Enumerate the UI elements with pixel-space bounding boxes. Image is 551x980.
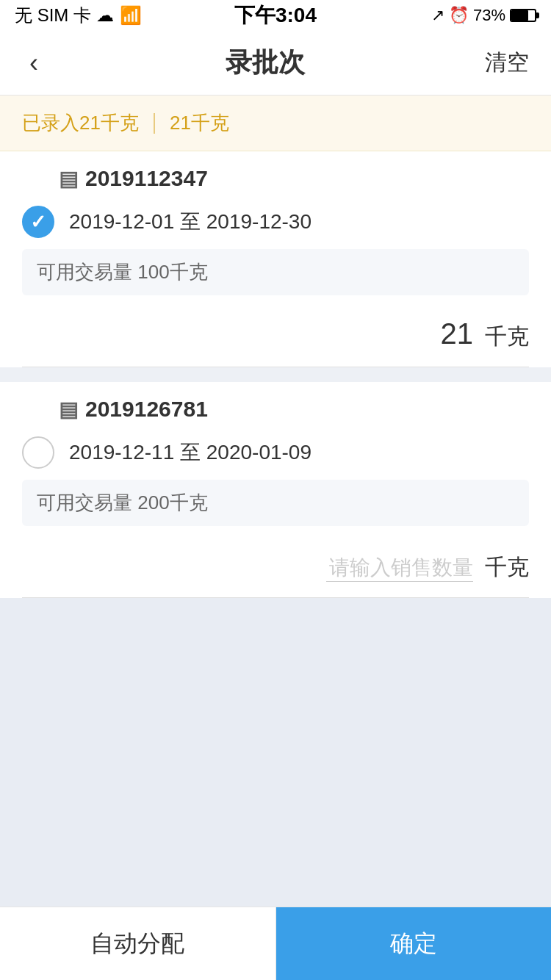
batch2-date: 2019-12-11 至 2020-01-09: [69, 439, 311, 466]
batch2-unit: 千克: [485, 552, 529, 583]
batch1-date: 2019-12-01 至 2019-12-30: [69, 208, 311, 236]
summary-divider: [154, 113, 155, 134]
batch2-date-row[interactable]: 2019-12-11 至 2020-01-09: [0, 429, 551, 476]
recorded-label: 已录入21千克: [22, 110, 139, 136]
footer: 自动分配 确定: [0, 907, 551, 980]
battery-percent: 73%: [473, 6, 505, 25]
batch1-radio[interactable]: [22, 206, 54, 238]
batch1-id: 2019112347: [85, 166, 208, 191]
battery-icon: [510, 9, 536, 22]
status-time: 下午3:04: [234, 1, 317, 29]
sim-label: 无 SIM 卡 ☁: [15, 4, 114, 27]
batch1-availability: 可用交易量 100千克: [22, 249, 529, 295]
batch2-id: 2019126781: [85, 397, 208, 422]
wifi-icon: 📶: [120, 5, 142, 26]
clear-button[interactable]: 清空: [485, 48, 529, 78]
alarm-icon: ⏰: [449, 6, 469, 25]
auto-distribute-label: 自动分配: [90, 928, 184, 960]
location-icon: ↗: [431, 6, 444, 25]
nav-bar: ‹ 录批次 清空: [0, 31, 551, 96]
bottom-empty-area: [0, 598, 551, 907]
section-divider-1: [0, 367, 551, 382]
confirm-button[interactable]: 确定: [276, 907, 552, 980]
batch1-amount-row: 21 千克: [0, 303, 551, 367]
batch1-icon: ▤: [59, 167, 78, 191]
summary-value: 21千克: [170, 110, 229, 136]
status-right: ↗ ⏰ 73%: [431, 6, 536, 25]
page-title: 录批次: [226, 45, 305, 81]
batch-card-2: ▤ 2019126781 2019-12-11 至 2020-01-09 可用交…: [0, 382, 551, 598]
summary-banner: 已录入21千克 21千克: [0, 96, 551, 151]
batch-card-1: ▤ 2019112347 2019-12-01 至 2019-12-30 可用交…: [0, 151, 551, 367]
batch2-icon: ▤: [59, 397, 78, 422]
batch2-radio[interactable]: [22, 436, 54, 469]
batch2-amount-row: 千克: [0, 533, 551, 597]
batch1-header: ▤ 2019112347: [0, 151, 551, 198]
batch2-header: ▤ 2019126781: [0, 382, 551, 429]
status-left: 无 SIM 卡 ☁ 📶: [15, 4, 142, 27]
status-bar: 无 SIM 卡 ☁ 📶 下午3:04 ↗ ⏰ 73%: [0, 0, 551, 31]
auto-distribute-button[interactable]: 自动分配: [0, 907, 276, 980]
batch1-amount-value: 21: [441, 317, 474, 350]
confirm-label: 确定: [390, 928, 437, 960]
batch2-quantity-input[interactable]: [326, 548, 473, 582]
batch1-id-row: ▤ 2019112347: [59, 166, 529, 191]
batch1-date-row[interactable]: 2019-12-01 至 2019-12-30: [0, 198, 551, 245]
batch1-unit: 千克: [485, 322, 529, 352]
batch2-availability: 可用交易量 200千克: [22, 480, 529, 526]
batch2-id-row: ▤ 2019126781: [59, 397, 529, 422]
back-button[interactable]: ‹: [22, 40, 46, 86]
